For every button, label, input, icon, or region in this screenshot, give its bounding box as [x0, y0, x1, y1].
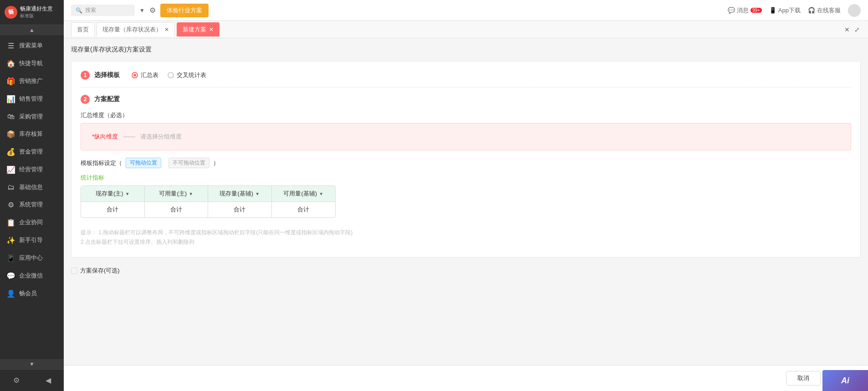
indicator-label-text: 模板指标设定（	[81, 159, 122, 167]
ai-badge[interactable]: Ai	[822, 370, 868, 391]
mobile-icon: 📱	[6, 254, 15, 262]
topbar-right: 💬 消息 99+ 📱 App下载 🎧 在线客服	[728, 4, 861, 17]
plan-settings-panel: 1 选择模板 汇总表 交叉统计表	[71, 61, 861, 257]
close-icon[interactable]: ✕	[843, 26, 851, 33]
sidebar-item-sales[interactable]: 📊 销售管理	[0, 90, 64, 108]
radio-crosstab-circle	[168, 72, 174, 78]
dropdown-arrow[interactable]: ▼	[139, 7, 145, 14]
customer-service-btn[interactable]: 🎧 在线客服	[808, 6, 841, 15]
step2-row: 2 方案配置	[81, 95, 851, 104]
sidebar-item-basics[interactable]: 🗂 基础信息	[0, 179, 64, 196]
stats-cell-2: 合计	[208, 201, 272, 217]
sidebar-item-wechat[interactable]: 💬 企业微信	[0, 267, 64, 285]
app-download-btn[interactable]: 📱 App下载	[769, 6, 801, 15]
sidebar-item-label: 基础信息	[19, 183, 43, 191]
headset-icon: 🎧	[808, 7, 815, 14]
sidebar-item-members[interactable]: 👤 畅会员	[0, 285, 64, 303]
stats-col-0[interactable]: 现存量(主) ▼	[81, 186, 145, 201]
tip-line-1: 提示： 1.拖动标题栏可以调整布局，不可跨维度或指标区域拖动栏目字段(只能在同一…	[81, 229, 851, 237]
messages-label: 消息	[737, 6, 749, 15]
step1-row: 1 选择模板 汇总表 交叉统计表	[81, 71, 851, 80]
search-menu-icon: ☰	[6, 41, 15, 50]
tab-inventory-status[interactable]: 现存量（库存状况表） ✕	[97, 22, 175, 36]
home-icon: 🏠	[6, 59, 15, 68]
sidebar-item-label: 应用中心	[19, 254, 43, 262]
radio-summary[interactable]: 汇总表	[132, 71, 158, 79]
cancel-button[interactable]: 取消	[786, 371, 821, 386]
sidebar-item-label: 畅会员	[19, 289, 37, 298]
main-area: 🔍 搜索 ▼ ⚙ 体验行业方案 💬 消息 99+ 📱 App下载 🎧 在线客服	[64, 0, 868, 391]
sidebar-item-marketing[interactable]: 🎁 营销推广	[0, 72, 64, 90]
collapse-btn[interactable]: ◀	[43, 373, 54, 387]
sidebar-item-inventory[interactable]: 📦 库存核算	[0, 125, 64, 143]
tab-home-label: 首页	[77, 26, 89, 34]
sidebar-item-finance[interactable]: 💰 资金管理	[0, 143, 64, 161]
tab-new-plan-close[interactable]: ✕	[209, 26, 214, 33]
sidebar-item-app-center[interactable]: 📱 应用中心	[0, 249, 64, 267]
stats-cell-1: 合计	[145, 201, 209, 217]
step2-number: 2	[81, 95, 90, 104]
contract-icon: 📋	[6, 218, 15, 227]
tab-new-plan[interactable]: 新建方案 ✕	[177, 22, 220, 36]
trial-button[interactable]: 体验行业方案	[160, 4, 209, 17]
radio-crosstab-label: 交叉统计表	[177, 71, 206, 79]
message-icon: 💬	[728, 7, 735, 14]
app-logo: 畅 畅康通好生意 标准版	[0, 0, 64, 25]
search-box[interactable]: 🔍 搜索	[71, 5, 135, 16]
stats-col-3-label: 可用量(基辅)	[283, 190, 317, 198]
sidebar-item-label: 经营管理	[19, 165, 43, 174]
radio-summary-label: 汇总表	[141, 71, 158, 79]
step2-label: 方案配置	[94, 95, 120, 103]
box-icon: 📦	[6, 130, 15, 139]
save-checkbox[interactable]	[71, 268, 77, 274]
radio-crosstab[interactable]: 交叉统计表	[168, 71, 206, 79]
app-download-label: App下载	[778, 6, 801, 15]
tab-inventory-close[interactable]: ✕	[164, 26, 169, 33]
sidebar-item-quick-nav[interactable]: 🏠 快捷导航	[0, 55, 64, 72]
stats-col-1[interactable]: 可用量(主) ▼	[145, 186, 209, 201]
messages-btn[interactable]: 💬 消息 99+	[728, 6, 762, 15]
chevron-down-icon-2: ▼	[255, 191, 260, 196]
sidebar-item-label: 系统管理	[19, 201, 43, 209]
sidebar-item-purchase[interactable]: 🛍 采购管理	[0, 108, 64, 125]
stats-cell-3: 合计	[272, 201, 336, 217]
sidebar-item-system[interactable]: ⚙ 系统管理	[0, 196, 64, 214]
radio-summary-circle	[132, 72, 138, 78]
app-version: 标准版	[20, 13, 53, 19]
sidebar-nav: ☰ 搜索菜单 🏠 快捷导航 🎁 营销推广 📊 销售管理 🛍 采购管理 📦 库存核…	[0, 35, 64, 359]
expand-icon[interactable]: ⤢	[853, 26, 861, 33]
sidebar-item-operations[interactable]: 📈 经营管理	[0, 161, 64, 179]
sidebar-item-search-menu[interactable]: ☰ 搜索菜单	[0, 37, 64, 55]
chevron-down-icon-0: ▼	[125, 191, 130, 196]
page-title: 现存量(库存状况表)方案设置	[71, 46, 861, 54]
tab-inventory-label: 现存量（库存状况表）	[102, 26, 162, 34]
content-footer: 方案保存(可选)	[71, 267, 861, 275]
sparkle-icon: ✨	[6, 236, 15, 245]
settings-btn[interactable]: ⚙	[10, 373, 22, 387]
tips-section: 提示： 1.拖动标题栏可以调整布局，不可跨维度或指标区域拖动栏目字段(只能在同一…	[81, 229, 851, 246]
chart-icon: 📊	[6, 95, 15, 103]
search-icon: 🔍	[76, 7, 82, 14]
stats-col-2[interactable]: 现存量(基辅) ▼	[208, 186, 272, 201]
tab-bar: 首页 现存量（库存状况表） ✕ 新建方案 ✕ ✕ ⤢	[64, 21, 868, 38]
sidebar-item-label: 营销推广	[19, 77, 43, 85]
dimension-required: *纵向维度	[92, 133, 118, 140]
sidebar-item-label: 企业协同	[19, 218, 43, 226]
tag-draggable: 可拖动位置	[126, 158, 161, 168]
sidebar-scroll-down[interactable]: ▼	[0, 359, 64, 369]
sidebar-item-new-guide[interactable]: ✨ 新手引导	[0, 232, 64, 249]
user-avatar[interactable]	[848, 4, 861, 17]
tab-home[interactable]: 首页	[71, 22, 95, 36]
sidebar: 畅 畅康通好生意 标准版 ▲ ☰ 搜索菜单 🏠 快捷导航 🎁 营销推广 📊 销售…	[0, 0, 64, 391]
settings-icon[interactable]: ⚙	[149, 6, 156, 15]
tag-fixed: 不可拖动位置	[168, 158, 209, 168]
sidebar-item-contracts[interactable]: 📋 企业协同	[0, 214, 64, 232]
indicator-settings-label: 模板指标设定（ 可拖动位置 不可拖动位置 ）	[81, 158, 851, 168]
customer-service-label: 在线客服	[817, 6, 841, 15]
step-divider	[81, 87, 851, 87]
sidebar-scroll-up[interactable]: ▲	[0, 25, 64, 35]
graph-icon: 📈	[6, 165, 15, 174]
stats-col-3[interactable]: 可用量(基辅) ▼	[272, 186, 336, 201]
folder-icon: 🗂	[6, 183, 15, 191]
sidebar-bottom: ⚙ ◀	[0, 369, 64, 391]
